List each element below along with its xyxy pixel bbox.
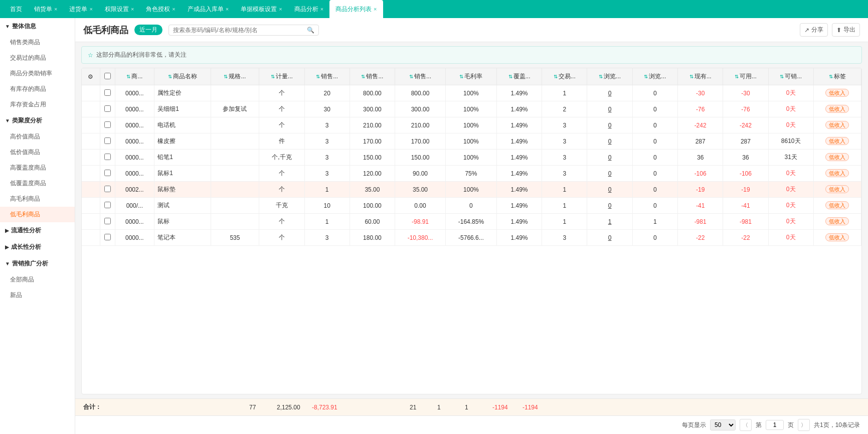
col-transaction[interactable]: ⇅交易... xyxy=(542,68,587,85)
cell-browse1[interactable]: 0 xyxy=(587,230,632,246)
col-spec[interactable]: ⇅规格... xyxy=(211,68,259,85)
cell-browse1[interactable]: 0 xyxy=(587,117,632,133)
cell-name: 铅笔1 xyxy=(154,150,211,166)
nav-item-analysis-list[interactable]: 商品分析列表 × xyxy=(329,0,383,18)
row-checkbox[interactable] xyxy=(104,202,111,208)
time-badge[interactable]: 近一月 xyxy=(134,25,162,35)
sidebar-item-high-margin[interactable]: 高毛利商品 xyxy=(0,191,75,207)
sidebar-section-cluster[interactable]: ▼ 类聚度分析 xyxy=(0,112,75,129)
nav-close-sales[interactable]: × xyxy=(54,6,57,12)
sidebar-item-low-margin[interactable]: 低毛利商品 xyxy=(0,207,75,222)
nav-close-analysis-list[interactable]: × xyxy=(374,6,377,12)
sidebar-item-low-coverage[interactable]: 低覆盖度商品 xyxy=(0,176,75,191)
nav-item-purchase[interactable]: 进货单 × xyxy=(63,0,98,18)
sidebar-section-marketing[interactable]: ▼ 营销推广分析 xyxy=(0,255,75,272)
nav-item-product-entry[interactable]: 产成品入库单 × xyxy=(182,0,235,18)
col-unit[interactable]: ⇅计量... xyxy=(259,68,304,85)
cell-browse1[interactable]: 0 xyxy=(587,182,632,198)
sidebar-item-high-value[interactable]: 高价值商品 xyxy=(0,129,75,144)
col-checkbox[interactable] xyxy=(100,68,115,85)
cell-browse1[interactable]: 0 xyxy=(587,133,632,150)
cell-checkbox[interactable] xyxy=(100,182,115,198)
sidebar-section-growth[interactable]: ▶ 成长性分析 xyxy=(0,239,75,255)
cell-browse1[interactable]: 0 xyxy=(587,150,632,166)
cell-checkbox[interactable] xyxy=(100,166,115,182)
search-icon[interactable]: 🔍 xyxy=(307,27,314,34)
share-button[interactable]: ↗ 分享 xyxy=(800,23,828,37)
cell-browse1[interactable]: 0 xyxy=(587,166,632,182)
prev-page-button[interactable]: 〈 xyxy=(740,419,752,431)
row-checkbox[interactable] xyxy=(104,170,111,176)
cell-browse1[interactable]: 1 xyxy=(587,214,632,230)
col-sales-qty[interactable]: ⇅销售... xyxy=(304,68,350,85)
col-settings[interactable]: ⚙ xyxy=(82,68,100,85)
cell-checkbox[interactable] xyxy=(100,133,115,150)
export-button[interactable]: ⬆ 导出 xyxy=(832,23,860,37)
cell-name: 鼠标 xyxy=(154,214,211,230)
row-checkbox[interactable] xyxy=(104,186,111,192)
col-gross-margin[interactable]: ⇅毛利率 xyxy=(445,68,496,85)
row-checkbox[interactable] xyxy=(104,234,111,240)
nav-close-role-auth[interactable]: × xyxy=(172,6,175,12)
col-name[interactable]: ⇅商品名称 xyxy=(154,68,211,85)
cell-coverage: 1.49% xyxy=(496,214,542,230)
cell-browse1[interactable]: 0 xyxy=(587,101,632,117)
cell-checkbox[interactable] xyxy=(100,230,115,246)
cell-browse1[interactable]: 0 xyxy=(587,198,632,214)
table-row: 0000... 吴细细1 参加复试 个 30 300.00 300.00 100… xyxy=(82,101,861,117)
sidebar-item-sales-products[interactable]: 销售类商品 xyxy=(0,35,75,50)
row-checkbox[interactable] xyxy=(104,154,111,160)
col-browse1[interactable]: ⇅浏览... xyxy=(587,68,632,85)
cell-browse2: 0 xyxy=(632,166,677,182)
sidebar-item-category-rate[interactable]: 商品分类助销率 xyxy=(0,66,75,81)
sidebar-item-low-value[interactable]: 低价值商品 xyxy=(0,144,75,160)
per-page-select[interactable]: 50 20 100 xyxy=(710,419,736,430)
nav-item-home[interactable]: 首页 xyxy=(4,0,28,18)
col-browse2[interactable]: ⇅浏览... xyxy=(632,68,677,85)
select-all-checkbox[interactable] xyxy=(104,73,111,79)
nav-close-template-setting[interactable]: × xyxy=(279,6,282,12)
sidebar-item-new-products[interactable]: 新品 xyxy=(0,287,75,303)
sidebar-item-in-stock[interactable]: 有库存的商品 xyxy=(0,81,75,97)
cell-checkbox[interactable] xyxy=(100,117,115,133)
sidebar-section-overall[interactable]: ▼ 整体信息 xyxy=(0,18,75,35)
row-checkbox[interactable] xyxy=(104,89,111,96)
col-coverage[interactable]: ⇅覆盖... xyxy=(496,68,542,85)
sidebar-section-circulation[interactable]: ▶ 流通性分析 xyxy=(0,222,75,239)
nav-item-product-analysis[interactable]: 商品分析 × xyxy=(288,0,329,18)
cell-checkbox[interactable] xyxy=(100,150,115,166)
nav-item-template-setting[interactable]: 单据模板设置 × xyxy=(235,0,288,18)
row-checkbox[interactable] xyxy=(104,121,111,128)
nav-item-role-auth[interactable]: 角色授权 × xyxy=(140,0,181,18)
search-input[interactable] xyxy=(173,27,307,34)
sidebar-item-traded-products[interactable]: 交易过的商品 xyxy=(0,50,75,66)
cell-browse1[interactable]: 0 xyxy=(587,85,632,101)
nav-close-product-analysis[interactable]: × xyxy=(320,6,323,12)
next-page-button[interactable]: 〉 xyxy=(798,419,810,431)
cell-checkbox[interactable] xyxy=(100,85,115,101)
cell-checkbox[interactable] xyxy=(100,214,115,230)
cell-checkbox[interactable] xyxy=(100,198,115,214)
nav-item-sales[interactable]: 销货单 × xyxy=(28,0,63,18)
search-box[interactable]: 🔍 xyxy=(168,25,319,36)
nav-close-permissions[interactable]: × xyxy=(131,6,134,12)
row-checkbox[interactable] xyxy=(104,137,111,144)
col-current-stock[interactable]: ⇅现有... xyxy=(678,68,723,85)
sidebar-item-all-products[interactable]: 全部商品 xyxy=(0,272,75,287)
cell-checkbox[interactable] xyxy=(100,101,115,117)
nav-close-purchase[interactable]: × xyxy=(89,6,92,12)
nav-item-permissions[interactable]: 权限设置 × xyxy=(99,0,140,18)
sidebar-item-capital[interactable]: 库存资金占用 xyxy=(0,97,75,112)
cell-sales-price: 150.00 xyxy=(350,150,395,166)
sidebar-item-high-coverage[interactable]: 高覆盖度商品 xyxy=(0,160,75,176)
row-checkbox[interactable] xyxy=(104,218,111,224)
col-sales-price[interactable]: ⇅销售... xyxy=(350,68,395,85)
nav-close-product-entry[interactable]: × xyxy=(226,6,229,12)
col-code[interactable]: ⇅商... xyxy=(115,68,154,85)
col-sales-profit[interactable]: ⇅销售... xyxy=(395,68,446,85)
col-tag[interactable]: ⇅标签 xyxy=(813,68,861,85)
page-number-input[interactable] xyxy=(766,420,784,430)
row-checkbox[interactable] xyxy=(104,105,111,112)
col-available[interactable]: ⇅可用... xyxy=(723,68,768,85)
col-saleable[interactable]: ⇅可销... xyxy=(768,68,813,85)
